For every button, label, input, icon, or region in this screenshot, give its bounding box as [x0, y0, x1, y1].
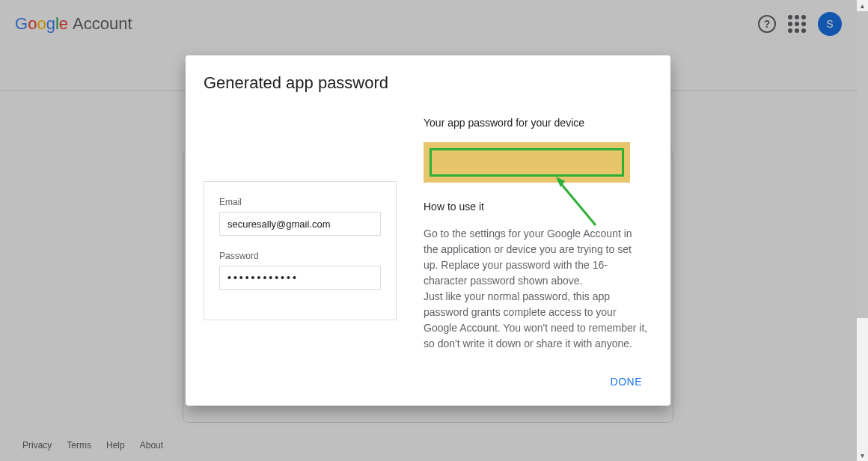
- app-password-dialog: Generated app password Email Password ••…: [186, 55, 670, 406]
- dialog-content: Email Password •••••••••••• Your app pas…: [204, 117, 652, 352]
- login-card: Email Password ••••••••••••: [204, 181, 397, 320]
- scroll-down-icon[interactable]: ▾: [857, 450, 868, 461]
- login-preview-panel: Email Password ••••••••••••: [204, 117, 397, 352]
- scroll-track[interactable]: [857, 11, 868, 450]
- password-highlight-box: [430, 148, 624, 177]
- password-field[interactable]: ••••••••••••: [219, 266, 381, 290]
- done-button[interactable]: DONE: [611, 376, 642, 388]
- email-label: Email: [219, 197, 381, 207]
- password-heading: Your app password for your device: [424, 117, 648, 129]
- dialog-title: Generated app password: [204, 73, 652, 93]
- instructions-text-2: Just like your normal password, this app…: [424, 289, 648, 352]
- scroll-thumb[interactable]: [857, 11, 868, 318]
- instructions-panel: Your app password for your device How to…: [424, 117, 648, 352]
- instructions-text-1: Go to the settings for your Google Accou…: [424, 226, 648, 289]
- password-label: Password: [219, 251, 381, 261]
- svg-line-0: [558, 180, 596, 225]
- scroll-up-icon[interactable]: ▴: [857, 0, 868, 11]
- howto-heading: How to use it: [424, 201, 648, 213]
- vertical-scrollbar[interactable]: ▴ ▾: [857, 0, 868, 461]
- email-field[interactable]: [219, 212, 381, 236]
- generated-password-box[interactable]: [424, 142, 630, 183]
- annotation-arrow-icon: [554, 177, 599, 229]
